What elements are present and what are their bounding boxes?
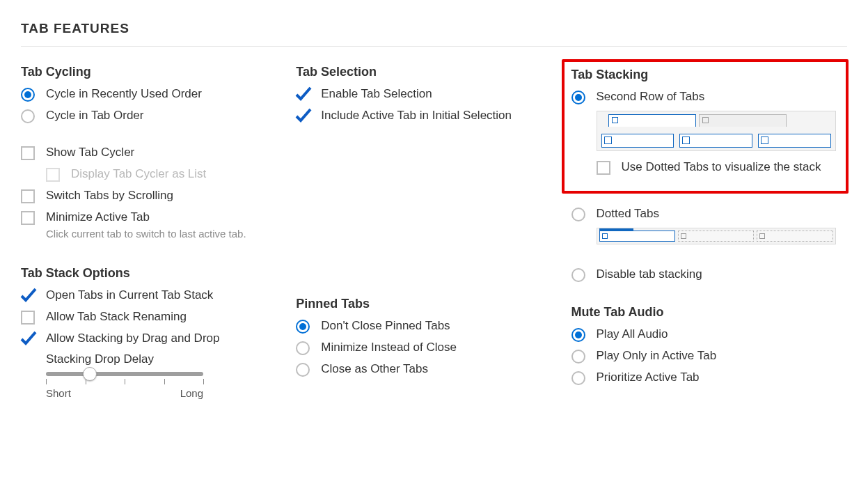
opt-switch-scroll[interactable]: Switch Tabs by Scrolling xyxy=(21,188,289,204)
radio-on-icon xyxy=(296,320,310,334)
checkbox-off-icon xyxy=(597,161,610,175)
opt-prioritize-active[interactable]: Prioritize Active Tab xyxy=(571,370,849,386)
open-current-stack-label: Open Tabs in Current Tab Stack xyxy=(46,288,289,304)
opt-cycle-recently[interactable]: Cycle in Recently Used Order xyxy=(21,86,289,102)
radio-on-icon xyxy=(571,91,585,104)
checkbox-disabled-icon xyxy=(46,168,60,182)
second-row-label: Second Row of Tabs xyxy=(597,89,836,105)
dont-close-pinned-label: Don't Close Pinned Tabs xyxy=(321,318,564,334)
opt-disable-stacking[interactable]: Disable tab stacking xyxy=(571,267,849,283)
section-tab-stack-options: Tab Stack Options Open Tabs in Current T… xyxy=(21,266,289,399)
tab-stacking-title: Tab Stacking xyxy=(571,68,836,82)
display-list-label: Display Tab Cycler as List xyxy=(71,166,289,182)
radio-off-icon xyxy=(571,268,585,282)
opt-enable-selection[interactable]: Enable Tab Selection xyxy=(296,86,564,102)
slider-ticks xyxy=(46,379,203,384)
slider-track[interactable] xyxy=(46,372,203,376)
opt-dotted-tabs[interactable]: Dotted Tabs xyxy=(571,206,849,222)
play-active-label: Play Only in Active Tab xyxy=(597,348,849,364)
radio-off-icon xyxy=(571,208,585,221)
radio-off-icon xyxy=(21,109,35,123)
close-other-label: Close as Other Tabs xyxy=(321,361,564,377)
radio-on-icon xyxy=(21,88,35,102)
checkbox-on-icon xyxy=(296,88,310,102)
slider-short-label: Short xyxy=(46,387,71,399)
include-active-label: Include Active Tab in Initial Selection xyxy=(321,108,564,124)
section-pinned-tabs: Pinned Tabs Don't Close Pinned Tabs Mini… xyxy=(296,297,564,377)
checkbox-on-icon xyxy=(21,332,35,346)
opt-allow-dragdrop[interactable]: Allow Stacking by Drag and Drop xyxy=(21,331,289,347)
column-1: Tab Cycling Cycle in Recently Used Order… xyxy=(21,65,296,424)
tab-stack-options-title: Tab Stack Options xyxy=(21,266,289,281)
slider-end-labels: Short Long xyxy=(46,387,203,399)
radio-off-icon xyxy=(296,341,310,355)
tab-selection-title: Tab Selection xyxy=(296,65,564,79)
opt-dont-close-pinned[interactable]: Don't Close Pinned Tabs xyxy=(296,318,564,334)
dotted-preview xyxy=(597,228,836,244)
checkbox-off-icon xyxy=(21,211,35,225)
opt-minimize-close[interactable]: Minimize Instead of Close xyxy=(296,340,564,356)
opt-close-other[interactable]: Close as Other Tabs xyxy=(296,361,564,377)
opt-cycle-order[interactable]: Cycle in Tab Order xyxy=(21,108,289,124)
checkbox-off-icon xyxy=(21,189,35,203)
section-tab-selection: Tab Selection Enable Tab Selection Inclu… xyxy=(296,65,564,124)
allow-rename-label: Allow Tab Stack Renaming xyxy=(46,309,289,325)
second-row-preview xyxy=(597,111,836,151)
column-3: Tab Stacking Second Row of Tabs Use Dott… xyxy=(571,65,855,424)
opt-show-cycler[interactable]: Show Tab Cycler xyxy=(21,145,289,161)
radio-off-icon xyxy=(571,371,585,385)
opt-use-dotted[interactable]: Use Dotted Tabs to visualize the stack xyxy=(597,159,836,175)
radio-off-icon xyxy=(571,350,585,364)
checkbox-on-icon xyxy=(21,289,35,303)
opt-play-all[interactable]: Play All Audio xyxy=(571,327,849,343)
page-title: TAB FEATURES xyxy=(21,0,847,47)
radio-off-icon xyxy=(296,363,310,377)
checkbox-off-icon xyxy=(21,146,35,160)
opt-minimize-active[interactable]: Minimize Active Tab Click current tab to… xyxy=(21,210,289,241)
opt-open-current-stack[interactable]: Open Tabs in Current Tab Stack xyxy=(21,288,289,304)
opt-second-row[interactable]: Second Row of Tabs xyxy=(571,89,836,105)
minimize-close-label: Minimize Instead of Close xyxy=(321,340,564,356)
opt-include-active[interactable]: Include Active Tab in Initial Selection xyxy=(296,108,564,124)
opt-display-list: Display Tab Cycler as List xyxy=(46,166,289,182)
dotted-tabs-label: Dotted Tabs xyxy=(597,206,849,222)
tab-stacking-highlight: Tab Stacking Second Row of Tabs Use Dott… xyxy=(562,59,849,194)
radio-on-icon xyxy=(571,328,585,342)
play-all-label: Play All Audio xyxy=(597,327,849,343)
cycle-order-label: Cycle in Tab Order xyxy=(46,108,289,124)
enable-selection-label: Enable Tab Selection xyxy=(321,86,564,102)
pinned-tabs-title: Pinned Tabs xyxy=(296,297,564,311)
cycle-recently-label: Cycle in Recently Used Order xyxy=(46,86,289,102)
switch-scroll-label: Switch Tabs by Scrolling xyxy=(46,188,289,204)
slider-long-label: Long xyxy=(180,387,203,399)
disable-stacking-label: Disable tab stacking xyxy=(597,267,849,283)
checkbox-off-icon xyxy=(21,311,35,325)
stacking-delay-slider[interactable]: Stacking Drop Delay Short Long xyxy=(46,352,289,399)
settings-columns: Tab Cycling Cycle in Recently Used Order… xyxy=(21,65,847,424)
prioritize-active-label: Prioritize Active Tab xyxy=(597,370,849,386)
tab-cycling-title: Tab Cycling xyxy=(21,65,289,79)
mute-audio-title: Mute Tab Audio xyxy=(571,305,849,320)
show-cycler-label: Show Tab Cycler xyxy=(46,145,289,161)
column-2: Tab Selection Enable Tab Selection Inclu… xyxy=(296,65,571,424)
allow-dragdrop-label: Allow Stacking by Drag and Drop xyxy=(46,331,289,347)
opt-play-active[interactable]: Play Only in Active Tab xyxy=(571,348,849,364)
stacking-delay-label: Stacking Drop Delay xyxy=(46,352,289,366)
minimize-active-hint: Click current tab to switch to last acti… xyxy=(46,227,289,241)
section-tab-cycling: Tab Cycling Cycle in Recently Used Order… xyxy=(21,65,289,241)
section-mute-audio: Mute Tab Audio Play All Audio Play Only … xyxy=(571,305,849,386)
opt-allow-rename[interactable]: Allow Tab Stack Renaming xyxy=(21,309,289,325)
checkbox-on-icon xyxy=(296,109,310,123)
use-dotted-label: Use Dotted Tabs to visualize the stack xyxy=(622,159,836,175)
minimize-active-label: Minimize Active Tab xyxy=(46,210,150,224)
